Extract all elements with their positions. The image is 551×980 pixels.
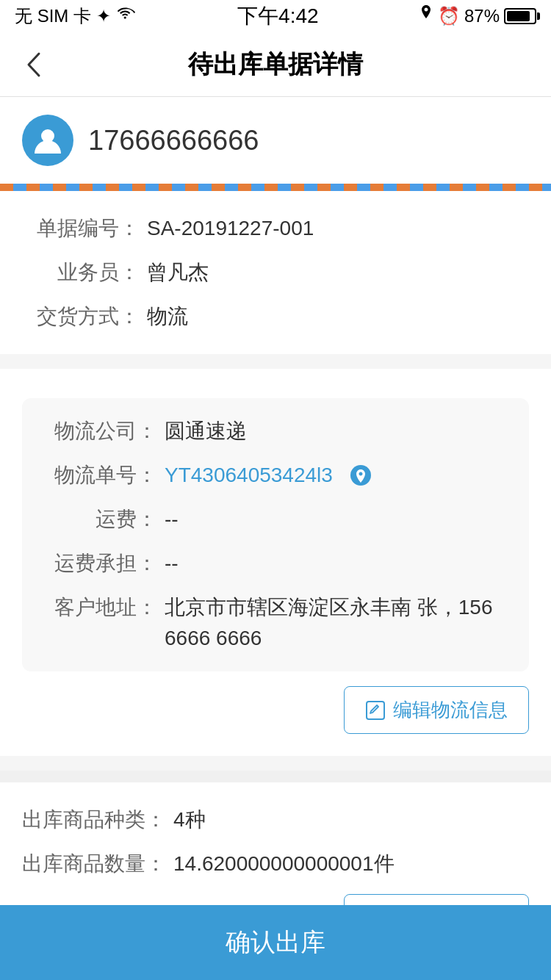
separator (0, 771, 551, 782)
status-right: ⏰ 87% (419, 5, 536, 27)
logistics-tracking-label: 物流单号： (40, 460, 157, 491)
clock-icon: ⏰ (438, 6, 460, 26)
tracking-location-icon[interactable] (347, 464, 374, 490)
back-button[interactable] (18, 48, 50, 81)
edit-logistics-label: 编辑物流信息 (393, 697, 508, 723)
document-number-value: SA-20191227-001 (147, 213, 529, 244)
confirm-button-label: 确认出库 (226, 928, 325, 956)
address-value: 北京市市辖区海淀区永丰南 张，156 6666 6666 (165, 592, 511, 654)
logistics-company-label: 物流公司： (40, 416, 157, 447)
logistics-card: 物流公司： 圆通速递 物流单号： YT43064053424l3 运费： (22, 398, 529, 671)
document-number-label: 单据编号： (22, 213, 140, 244)
delivery-method-value: 物流 (147, 301, 529, 332)
wifi-icon (117, 6, 137, 26)
logistics-company-row: 物流公司： 圆通速递 (40, 416, 511, 447)
stock-quantity-value: 14.620000000000001件 (173, 849, 529, 879)
nav-bar: 待出库单据详情 (0, 32, 551, 97)
sales-person-row: 业务员： 曾凡杰 (22, 257, 529, 288)
logistics-tracking-value: YT43064053424l3 (165, 460, 511, 491)
edit-logistics-button-wrap: 编辑物流信息 (22, 686, 529, 734)
logistics-tracking-row: 物流单号： YT43064053424l3 (40, 460, 511, 491)
status-time: 下午4:42 (237, 2, 319, 30)
user-phone: 17666666666 (88, 125, 259, 156)
edit-logistics-button[interactable]: 编辑物流信息 (344, 686, 529, 734)
freight-bearer-label: 运费承担： (40, 548, 157, 579)
stock-type-label: 出库商品种类： (22, 804, 166, 835)
freight-bearer-value: -- (165, 548, 511, 579)
delivery-method-row: 交货方式： 物流 (22, 301, 529, 332)
dashed-divider (0, 184, 551, 191)
sales-person-value: 曾凡杰 (147, 257, 529, 288)
basic-info-section: 单据编号： SA-20191227-001 业务员： 曾凡杰 交货方式： 物流 (0, 191, 551, 354)
sim-status: 无 SIM 卡 ✦ (15, 4, 111, 28)
stock-quantity-label: 出库商品数量： (22, 849, 166, 879)
page-title: 待出库单据详情 (188, 48, 363, 82)
stock-type-row: 出库商品种类： 4种 (22, 804, 529, 835)
address-label: 客户地址： (40, 592, 157, 623)
user-avatar (22, 115, 73, 166)
document-number-row: 单据编号： SA-20191227-001 (22, 213, 529, 244)
location-status-icon (419, 5, 433, 27)
freight-value: -- (165, 504, 511, 535)
stock-type-value: 4种 (173, 804, 529, 835)
freight-bearer-row: 运费承担： -- (40, 548, 511, 579)
address-row: 客户地址： 北京市市辖区海淀区永丰南 张，156 6666 6666 (40, 592, 511, 654)
battery-percent: 87% (464, 6, 500, 26)
logistics-company-value: 圆通速递 (165, 416, 511, 447)
freight-label: 运费： (40, 504, 157, 535)
status-bar: 无 SIM 卡 ✦ 下午4:42 ⏰ 87% (0, 0, 551, 32)
status-left: 无 SIM 卡 ✦ (15, 4, 137, 28)
confirm-button[interactable]: 确认出库 (0, 905, 551, 980)
sales-person-label: 业务员： (22, 257, 140, 288)
freight-row: 运费： -- (40, 504, 511, 535)
logistics-section: 物流公司： 圆通速递 物流单号： YT43064053424l3 运费： (0, 369, 551, 756)
delivery-method-label: 交货方式： (22, 301, 140, 332)
user-header: 17666666666 (0, 97, 551, 184)
battery-icon (504, 8, 536, 24)
stock-quantity-row: 出库商品数量： 14.620000000000001件 (22, 849, 529, 879)
